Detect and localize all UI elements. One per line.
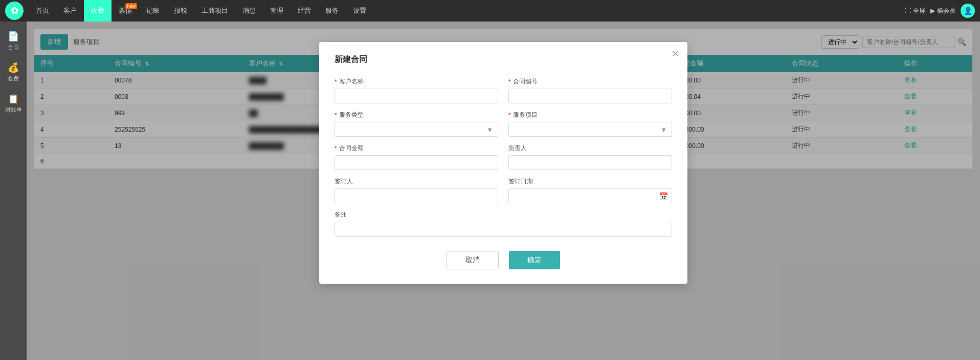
cancel-button[interactable]: 取消 [447, 251, 499, 269]
modal-close-button[interactable]: ✕ [672, 49, 679, 58]
contract-amount-label: * 合同金额 [335, 144, 498, 153]
service-type-label: * 服务类型 [335, 111, 498, 119]
form-row-service-item: * 服务项目 ▼ [508, 111, 672, 137]
main-layout: 📄 合同 💰 收费 📋 对账单 新增 服务项目 进行中 已完成 已终止 [0, 22, 980, 360]
modal-overlay: 新建合同 ✕ * 客户名称 * 合同编号 [27, 22, 980, 360]
modal-title: 新建合同 [335, 54, 672, 65]
nav-bookkeeping[interactable]: 记账 [139, 0, 167, 22]
nav-message[interactable]: 消息 [235, 0, 263, 22]
fullscreen-icon: ⛶ [905, 7, 911, 14]
sidebar-item-fee[interactable]: 💰 收费 [1, 58, 26, 87]
nav-home[interactable]: 首页 [29, 0, 56, 22]
contract-no-label: * 合同编号 [508, 77, 672, 86]
signer-label: 签订人 [335, 177, 498, 186]
service-item-label: * 服务项目 [508, 111, 672, 119]
app-logo: ✿ [5, 2, 24, 20]
nav-service[interactable]: 服务 [318, 0, 346, 22]
modal-footer: 取消 确定 [335, 251, 672, 269]
reconciliation-icon: 📋 [8, 93, 19, 104]
new-contract-modal: 新建合同 ✕ * 客户名称 * 合同编号 [319, 42, 687, 284]
form-row-sign-date: 签订日期 2023-06-06 📅 [508, 177, 672, 203]
remarks-input[interactable] [335, 222, 672, 237]
form-row-responsible-person: 负责人 [508, 144, 672, 170]
responsible-person-label: 负责人 [508, 144, 672, 153]
service-type-select-wrapper: ▼ [335, 122, 498, 137]
nav-business[interactable]: 工商项目 [194, 0, 235, 22]
modal-form: * 客户名称 * 合同编号 [335, 77, 672, 237]
nav-invoice[interactable]: 票据 new [112, 0, 139, 22]
form-row-customer-name: * 客户名称 [335, 77, 498, 103]
confirm-button[interactable]: 确定 [509, 251, 560, 269]
form-row-remarks: 备注 [335, 210, 672, 237]
sidebar-item-contract[interactable]: 📄 合同 [1, 27, 26, 55]
sign-date-wrapper: 2023-06-06 📅 [508, 188, 672, 203]
form-row-signer: 签订人 [335, 177, 498, 203]
member-button[interactable]: ▶ 畅会员 [930, 7, 955, 15]
sign-date-input[interactable]: 2023-06-06 [508, 188, 672, 203]
avatar[interactable]: 👤 [961, 4, 975, 18]
new-badge: new [125, 3, 137, 9]
service-item-select[interactable] [508, 122, 672, 137]
signer-input[interactable] [335, 188, 498, 203]
nav-customer[interactable]: 客户 [56, 0, 84, 22]
form-row-service-type: * 服务类型 ▼ [335, 111, 498, 137]
customer-name-label: * 客户名称 [335, 77, 498, 86]
top-navigation: ✿ 首页 客户 收费 票据 new 记账 报税 工商项目 消息 管理 经 [0, 0, 980, 22]
form-row-contract-no: * 合同编号 [508, 77, 672, 103]
nav-fee[interactable]: 收费 [84, 0, 112, 22]
customer-name-input[interactable] [335, 89, 498, 103]
sidebar-item-reconciliation[interactable]: 📋 对账单 [1, 89, 26, 118]
fee-icon: 💰 [8, 62, 19, 73]
contract-no-input[interactable] [508, 89, 672, 103]
nav-items: 首页 客户 收费 票据 new 记账 报税 工商项目 消息 管理 经营 [29, 0, 905, 22]
sign-date-label: 签订日期 [508, 177, 672, 186]
form-row-contract-amount: * 合同金额 0.00 [335, 144, 498, 170]
calendar-icon[interactable]: 📅 [659, 192, 668, 200]
nav-manage[interactable]: 管理 [263, 0, 291, 22]
top-right-area: ⛶ 全屏 ▶ 畅会员 👤 [905, 4, 975, 18]
fullscreen-button[interactable]: ⛶ 全屏 [905, 7, 925, 15]
service-type-select[interactable] [335, 122, 498, 137]
member-icon: ▶ [930, 7, 935, 14]
remarks-label: 备注 [335, 210, 672, 219]
nav-operation[interactable]: 经营 [291, 0, 318, 22]
nav-settings[interactable]: 设置 [346, 0, 373, 22]
nav-tax[interactable]: 报税 [167, 0, 194, 22]
contract-amount-input[interactable]: 0.00 [335, 155, 498, 170]
contract-icon: 📄 [8, 31, 19, 42]
responsible-person-input[interactable] [508, 155, 672, 170]
content-area: 新增 服务项目 进行中 已完成 已终止 🔍 序号 [27, 22, 980, 360]
sidebar: 📄 合同 💰 收费 📋 对账单 [0, 22, 27, 360]
service-item-select-wrapper: ▼ [508, 122, 672, 137]
